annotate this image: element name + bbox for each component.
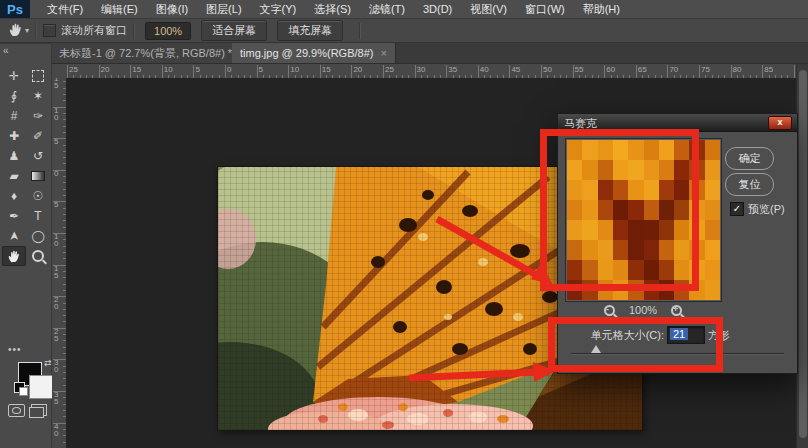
ruler-corner xyxy=(52,64,67,79)
mosaic-cell xyxy=(705,160,720,180)
type-tool-icon[interactable]: T xyxy=(26,206,50,226)
mosaic-cell xyxy=(705,180,720,200)
menu-item-0[interactable]: 文件(F) xyxy=(38,0,92,18)
marquee-tool-icon[interactable] xyxy=(26,66,50,86)
toolbox-collapse-icon[interactable]: « xyxy=(3,45,9,56)
zoom-out-icon[interactable]: - xyxy=(604,305,615,316)
vertical-ruler[interactable]: 1 51 05051 01 52 02 53 03 54 0 xyxy=(52,78,67,448)
menu-item-5[interactable]: 选择(S) xyxy=(305,0,360,18)
ruler-label: 80 xyxy=(733,65,742,74)
zoom-in-icon[interactable]: + xyxy=(671,305,682,316)
tab-timg-jpg[interactable]: timg.jpg @ 29.9%(RGB/8#) × xyxy=(232,43,396,63)
eyedropper-tool-icon[interactable]: ✑ xyxy=(26,106,50,126)
scroll-all-windows-label: 滚动所有窗口 xyxy=(61,23,127,38)
toolbox-panel: « ✛∮✶#✑✚✐♟↺▰♦☉✒T➤◯ ••• ⇄ xyxy=(0,44,52,448)
menu-item-3[interactable]: 图层(L) xyxy=(197,0,250,18)
ruler-label: 0 xyxy=(227,65,231,74)
tab-untitled-1[interactable]: 未标题-1 @ 72.7%(背景, RGB/8#) * × xyxy=(51,43,255,63)
ruler-label: 2 0 xyxy=(54,296,62,310)
default-colors-icon[interactable] xyxy=(14,382,25,393)
clone-stamp-tool-icon[interactable]: ♟ xyxy=(2,146,26,166)
reset-button[interactable]: 复位 xyxy=(725,173,774,196)
ruler-tick xyxy=(351,65,352,78)
brush-tool-icon[interactable]: ✐ xyxy=(26,126,50,146)
edit-toolbar-icon[interactable]: ••• xyxy=(8,344,22,355)
menu-item-2[interactable]: 图像(I) xyxy=(147,0,197,18)
ruler-tick xyxy=(53,201,66,202)
ok-button[interactable]: 确定 xyxy=(725,147,774,170)
horizontal-ruler[interactable]: 2520151050510152025303540455055606570758… xyxy=(66,64,797,79)
ruler-tick xyxy=(509,65,510,78)
fit-screen-button[interactable]: 适合屏幕 xyxy=(201,20,267,41)
healing-brush-tool-icon[interactable]: ✚ xyxy=(2,126,26,146)
divider xyxy=(35,23,37,39)
ruler-tick xyxy=(162,65,163,78)
ruler-label: 1 5 xyxy=(54,265,62,279)
ruler-label: 75 xyxy=(701,65,710,74)
divider xyxy=(359,23,361,39)
ruler-label: 40 xyxy=(480,65,489,74)
ruler-tick xyxy=(478,65,479,78)
shape-tool-icon[interactable]: ◯ xyxy=(26,226,50,246)
preview-zoom-value: 100% xyxy=(629,304,657,316)
ruler-tick xyxy=(667,65,668,78)
zoom-percent-field[interactable]: 100% xyxy=(145,22,191,40)
menu-item-1[interactable]: 编辑(E) xyxy=(92,0,147,18)
ruler-tick xyxy=(573,65,574,78)
magic-wand-tool-icon[interactable]: ✶ xyxy=(26,86,50,106)
zoom-tool-icon[interactable] xyxy=(26,246,50,266)
menu-item-8[interactable]: 视图(V) xyxy=(461,0,516,18)
photoshop-logo[interactable]: Ps xyxy=(0,0,30,18)
eraser-tool-icon[interactable]: ▰ xyxy=(2,166,26,186)
swap-colors-icon[interactable]: ⇄ xyxy=(44,358,52,368)
close-icon[interactable]: × xyxy=(380,47,386,59)
dodge-tool-icon[interactable]: ☉ xyxy=(26,186,50,206)
blur-tool-icon[interactable]: ♦ xyxy=(2,186,26,206)
menu-bar: Ps 文件(F)编辑(E)图像(I)图层(L)文字(Y)选择(S)滤镜(T)3D… xyxy=(0,0,808,19)
menu-item-10[interactable]: 帮助(H) xyxy=(574,0,629,18)
menu-item-6[interactable]: 滤镜(T) xyxy=(360,0,414,18)
dialog-close-button[interactable]: x xyxy=(768,116,792,130)
ruler-label: 25 xyxy=(69,65,78,74)
mosaic-cell xyxy=(705,260,720,280)
ruler-label: 3 0 xyxy=(54,359,62,373)
screen-mode-icon[interactable] xyxy=(31,404,47,416)
ruler-tick xyxy=(320,65,321,78)
ruler-label: 5 xyxy=(54,201,62,208)
move-tool-icon[interactable]: ✛ xyxy=(2,66,26,86)
gradient-tool-icon[interactable] xyxy=(26,166,50,186)
ruler-tick xyxy=(53,233,66,234)
ruler-label: 20 xyxy=(353,65,362,74)
ruler-label: 10 xyxy=(290,65,299,74)
ruler-label: 45 xyxy=(511,65,520,74)
scrollbar-thumb[interactable] xyxy=(799,70,807,438)
ruler-label: 55 xyxy=(575,65,584,74)
background-color-swatch[interactable] xyxy=(29,375,53,399)
ruler-label: 25 xyxy=(385,65,394,74)
ruler-tick xyxy=(99,65,100,78)
pen-tool-icon[interactable]: ✒ xyxy=(2,206,26,226)
photoshop-window: { "app": { "logo": "Ps" }, "menu_bar": {… xyxy=(0,0,808,448)
hand-tool-options-icon[interactable] xyxy=(8,22,23,40)
ruler-tick xyxy=(415,65,416,78)
preview-checkbox[interactable]: ✓ xyxy=(730,202,744,216)
ruler-tick xyxy=(636,65,637,78)
ruler-label: 10 xyxy=(164,65,173,74)
ruler-tick xyxy=(53,107,66,108)
scroll-all-windows-checkbox[interactable] xyxy=(43,24,56,37)
ruler-tick xyxy=(762,65,763,78)
ruler-tick xyxy=(193,65,194,78)
ruler-label: 85 xyxy=(764,65,773,74)
chevron-down-icon[interactable]: ▾ xyxy=(25,26,29,35)
fill-screen-button[interactable]: 填充屏幕 xyxy=(277,20,343,41)
menu-item-9[interactable]: 窗口(W) xyxy=(516,0,574,18)
hand-tool-icon[interactable] xyxy=(2,246,26,266)
ruler-tick xyxy=(288,65,289,78)
lasso-tool-icon[interactable]: ∮ xyxy=(2,86,26,106)
path-select-tool-icon[interactable]: ➤ xyxy=(4,224,24,248)
menu-item-4[interactable]: 文字(Y) xyxy=(251,0,306,18)
menu-item-7[interactable]: 3D(D) xyxy=(414,0,461,18)
quick-mask-icon[interactable] xyxy=(8,404,25,417)
history-brush-tool-icon[interactable]: ↺ xyxy=(26,146,50,166)
crop-tool-icon[interactable]: # xyxy=(2,106,26,126)
